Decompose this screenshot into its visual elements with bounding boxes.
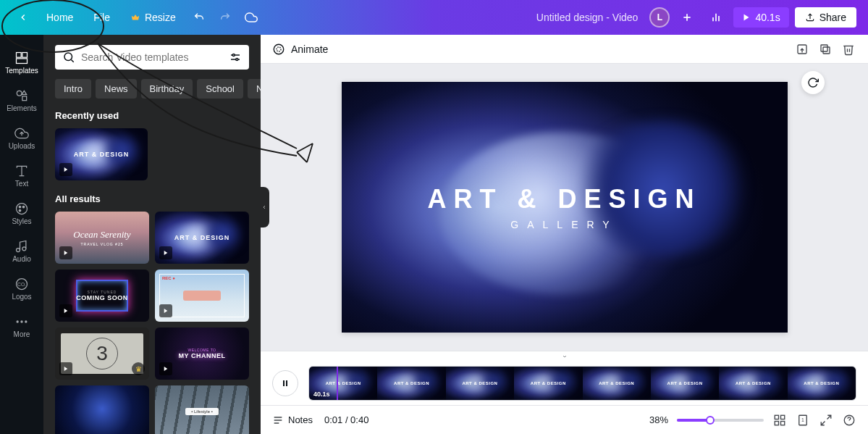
page-view-icon[interactable]: 1 <box>796 413 810 427</box>
pause-button[interactable] <box>272 370 298 396</box>
pause-icon <box>281 379 290 388</box>
template-starfield[interactable] <box>55 385 149 434</box>
svg-rect-7 <box>17 52 22 57</box>
svg-rect-45 <box>283 380 285 386</box>
cloud-sync-icon[interactable] <box>240 6 263 29</box>
svg-point-17 <box>22 206 25 208</box>
rail-styles[interactable]: Styles <box>0 194 43 232</box>
timeline-frame[interactable]: ART & DESIGN <box>788 367 856 400</box>
svg-line-27 <box>71 59 73 62</box>
svg-point-18 <box>19 209 21 212</box>
svg-point-15 <box>17 203 28 214</box>
grid-view-icon[interactable] <box>772 413 787 427</box>
svg-point-10 <box>17 91 22 96</box>
svg-rect-11 <box>22 96 27 100</box>
play-icon <box>742 13 751 22</box>
chip-news[interactable]: News <box>96 79 137 99</box>
play-icon <box>59 362 72 375</box>
rail-elements[interactable]: Elements <box>0 81 43 119</box>
premium-icon: ♛ <box>132 362 145 375</box>
canvas-frame[interactable]: ART & DESIGN GALLERY <box>342 82 788 333</box>
back-button[interactable] <box>12 6 35 29</box>
collapse-panel-button[interactable] <box>259 187 269 228</box>
playhead[interactable] <box>337 366 338 401</box>
svg-marker-35 <box>64 309 68 313</box>
timeline-collapse[interactable] <box>272 351 856 362</box>
refresh-icon <box>807 77 819 88</box>
zoom-slider[interactable] <box>677 419 764 422</box>
search-input[interactable] <box>81 51 223 63</box>
search-settings-icon[interactable] <box>229 51 242 64</box>
add-member-button[interactable] <box>675 6 699 29</box>
home-button[interactable]: Home <box>38 7 82 28</box>
rail-audio[interactable]: Audio <box>0 232 43 270</box>
svg-text:CO.: CO. <box>17 282 26 287</box>
rail-text[interactable]: Text <box>0 157 43 194</box>
resize-button[interactable]: Resize <box>122 7 185 28</box>
share-button[interactable]: Share <box>795 7 856 28</box>
help-icon[interactable] <box>842 413 856 427</box>
rail-audio-label: Audio <box>12 255 31 263</box>
svg-rect-50 <box>775 415 778 419</box>
template-coming-soon[interactable]: STAY TUNED COMING SOON <box>55 270 149 322</box>
chip-nature[interactable]: Nature <box>248 79 261 99</box>
rail-more-label: More <box>14 330 30 338</box>
tile-label: Ocean Serenity <box>73 229 130 241</box>
timeline-frame[interactable]: ART & DESIGN <box>514 367 582 400</box>
timeline-frame[interactable]: ART & DESIGN <box>377 367 445 400</box>
svg-rect-8 <box>22 52 28 57</box>
delete-icon[interactable] <box>840 41 856 57</box>
svg-point-16 <box>19 206 21 208</box>
insights-button[interactable] <box>704 6 728 29</box>
timeline-frame[interactable]: ART & DESIGN <box>583 367 651 400</box>
rail-uploads[interactable]: Uploads <box>0 119 43 157</box>
template-lifestyle[interactable]: • Lifestyle • <box>155 385 249 434</box>
notes-button[interactable]: Notes <box>272 414 313 426</box>
playback-time: 0:01 / 0:40 <box>324 414 368 425</box>
timeline-frame[interactable]: ART & DESIGN <box>446 367 514 400</box>
rail-elements-label: Elements <box>7 104 37 112</box>
timeline-frame[interactable]: ART & DESIGN <box>719 367 787 400</box>
upload-icon <box>805 12 815 22</box>
avatar[interactable]: L <box>649 7 670 28</box>
rail-logos[interactable]: CO. Logos <box>0 270 43 307</box>
svg-rect-51 <box>781 415 785 419</box>
redo-button[interactable] <box>214 6 237 29</box>
timeline-frame[interactable]: ART & DESIGN <box>651 367 719 400</box>
duplicate-icon[interactable] <box>817 41 833 57</box>
chip-intro[interactable]: Intro <box>55 79 91 99</box>
regenerate-button[interactable] <box>801 71 825 94</box>
recent-template-art-design[interactable]: ART & DESIGN <box>55 128 148 180</box>
play-preview-button[interactable]: 40.1s <box>733 7 788 28</box>
rail-more[interactable]: More <box>0 307 43 345</box>
document-name[interactable]: Untitled design - Video <box>536 12 639 23</box>
svg-rect-52 <box>775 421 778 425</box>
fullscreen-icon[interactable] <box>819 413 833 427</box>
animate-button[interactable]: Animate <box>272 43 328 56</box>
svg-line-56 <box>827 415 831 419</box>
undo-button[interactable] <box>187 6 211 29</box>
chip-school[interactable]: School <box>197 79 243 99</box>
template-ocean-serenity[interactable]: Ocean Serenity TRAVEL VLOG #25 <box>55 212 149 264</box>
canvas-subtitle: GALLERY <box>510 219 618 230</box>
text-icon <box>14 164 29 178</box>
svg-point-26 <box>64 53 72 61</box>
svg-rect-9 <box>17 58 28 63</box>
template-my-channel[interactable]: WELCOME TO MY CHANNEL <box>155 327 249 380</box>
template-countdown[interactable]: 3 ♛ <box>55 327 149 380</box>
template-art-design[interactable]: ART & DESIGN <box>155 212 249 264</box>
svg-point-23 <box>17 320 19 322</box>
file-button[interactable]: File <box>85 7 119 28</box>
zoom-percent: 38% <box>649 414 668 425</box>
export-icon[interactable] <box>794 41 810 57</box>
svg-point-24 <box>20 320 22 322</box>
chip-birthday[interactable]: Birthday <box>141 79 193 99</box>
canvas-title: ART & DESIGN <box>427 184 701 214</box>
audio-icon <box>14 239 29 254</box>
svg-marker-12 <box>22 91 27 94</box>
template-rec-clouds[interactable]: REC ● <box>155 270 249 322</box>
search-box[interactable] <box>55 45 249 70</box>
timeline-track[interactable]: ART & DESIGNART & DESIGNART & DESIGNART … <box>308 366 856 401</box>
more-icon <box>14 314 29 329</box>
rail-templates[interactable]: Templates <box>0 43 43 81</box>
